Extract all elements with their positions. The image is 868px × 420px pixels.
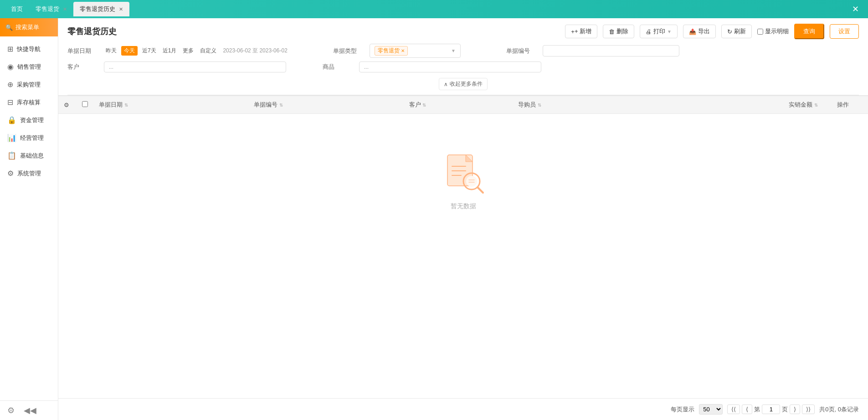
sidebar-item-purchase-mgmt[interactable]: ⊕ 采购管理 (0, 76, 58, 93)
display-toggle[interactable]: 显示明细 (757, 27, 789, 36)
last-page-button[interactable]: ⟩⟩ (802, 405, 815, 414)
per-page-label: 每页显示 (671, 405, 694, 414)
delete-icon: 🗑 (609, 28, 615, 35)
date-opt-7days[interactable]: 近7天 (140, 46, 158, 56)
table-header-row: ⚙ 单据日期 ⇅ 单据编号 ⇅ (58, 96, 868, 114)
col-number: 单据编号 ⇅ (248, 96, 403, 114)
svg-point-6 (466, 176, 477, 187)
filter-row-2: 客户 ... 商品 ... (67, 61, 859, 72)
pagination-bar: 每页显示 50 10 20 100 ⟨⟨ ⟨ 第 页 ⟩ ⟩⟩ 共0页, 0条记… (58, 398, 868, 420)
col-checkbox (77, 96, 93, 114)
sidebar-item-basic-info[interactable]: 📋 基础信息 (0, 147, 58, 164)
goods-select[interactable]: ... (359, 61, 541, 72)
sidebar-item-operations[interactable]: 📊 经营管理 (0, 129, 58, 147)
table-body: 暂无数据 (58, 114, 868, 247)
prev-page-button[interactable]: ⟨ (742, 405, 752, 414)
page-input[interactable] (762, 405, 780, 414)
system-mgmt-icon: ⚙ (7, 169, 14, 178)
display-checkbox[interactable] (757, 29, 763, 35)
top-bar: 首页 零售退货 ✕ 零售退货历史 ✕ ✕ (0, 0, 868, 18)
date-sort-icon[interactable]: ⇅ (124, 102, 128, 108)
sidebar-item-finance[interactable]: 🔒 资金管理 (0, 111, 58, 129)
empty-state-row: 暂无数据 (58, 114, 868, 247)
guide-sort-icon[interactable]: ⇅ (538, 102, 541, 108)
page-label: 第 (754, 405, 760, 414)
date-opt-today[interactable]: 今天 (121, 46, 138, 56)
col-amount: 实销金额 ⇅ (645, 96, 832, 114)
empty-illustration (441, 150, 486, 196)
export-button[interactable]: 📤 导出 (683, 25, 716, 38)
setting-button[interactable]: 设置 (830, 24, 859, 39)
sidebar-audio-icon[interactable]: ◀◀ (24, 405, 36, 415)
type-select[interactable]: 零售退货 ✕ ▼ (370, 44, 461, 58)
finance-icon: 🔒 (7, 116, 16, 124)
tab-home[interactable]: 首页 (5, 2, 29, 16)
filter-row-1: 单据日期 昨天 今天 近7天 近1月 更多 自定义 2023-06-02 至 2… (67, 44, 859, 58)
tab-retail-return[interactable]: 零售退货 ✕ (29, 2, 73, 16)
col-actions: 操作 (832, 96, 868, 114)
select-all-checkbox[interactable] (82, 101, 88, 107)
collapse-button[interactable]: ∧ 收起更多条件 (439, 78, 488, 90)
per-page-select[interactable]: 50 10 20 100 (699, 404, 723, 415)
collapse-row: ∧ 收起更多条件 (67, 76, 859, 90)
col-customer: 客户 ⇅ (404, 96, 513, 114)
type-filter-label: 单据类型 (333, 47, 360, 55)
customer-filter-label: 客户 (67, 63, 95, 71)
table-area: ⚙ 单据日期 ⇅ 单据编号 ⇅ (58, 96, 868, 398)
search-icon: 🔍 (5, 24, 13, 31)
number-sort-icon[interactable]: ⇅ (279, 102, 283, 108)
top-bar-right: ✕ (847, 4, 863, 14)
print-button[interactable]: 🖨 打印 ▼ (640, 25, 678, 38)
close-tab-retail-return[interactable]: ✕ (63, 6, 67, 12)
amount-sort-icon[interactable]: ⇅ (814, 102, 818, 108)
basic-info-icon: 📋 (7, 151, 16, 160)
date-opt-yesterday[interactable]: 昨天 (104, 46, 118, 56)
goods-filter-label: 商品 (323, 63, 350, 71)
filter-area: 单据日期 昨天 今天 近7天 近1月 更多 自定义 2023-06-02 至 2… (67, 44, 859, 95)
date-opt-more[interactable]: 更多 (181, 46, 195, 56)
close-window-button[interactable]: ✕ (847, 4, 863, 14)
refresh-button[interactable]: ↻ 刷新 (721, 25, 752, 38)
number-filter-input[interactable] (543, 45, 679, 56)
empty-state: 暂无数据 (58, 114, 868, 247)
sidebar-bottom: ⚙ ◀◀ (0, 400, 58, 420)
sidebar-search[interactable]: 🔍 搜索菜单 (0, 18, 58, 36)
print-icon: 🖨 (646, 28, 652, 35)
new-button[interactable]: + + 新增 (565, 25, 597, 38)
close-tab-retail-return-history[interactable]: ✕ (119, 6, 123, 12)
col-guide: 导购员 ⇅ (513, 96, 645, 114)
refresh-icon: ↻ (727, 28, 732, 35)
sidebar-item-sales-mgmt[interactable]: ◉ 销售管理 (0, 58, 58, 76)
main-layout: 🔍 搜索菜单 ⊞ 快捷导航 ◉ 销售管理 ⊕ 采购管理 ⊟ 库存核算 🔒 资金 (0, 18, 868, 420)
sidebar: 🔍 搜索菜单 ⊞ 快捷导航 ◉ 销售管理 ⊕ 采购管理 ⊟ 库存核算 🔒 资金 (0, 18, 58, 420)
page-unit: 页 (782, 405, 788, 414)
date-range-display: 2023-06-02 至 2023-06-02 (223, 47, 287, 55)
svg-line-7 (478, 187, 483, 193)
number-filter-label: 单据编号 (506, 47, 534, 55)
page-nav: ⟨⟨ ⟨ 第 页 ⟩ ⟩⟩ (727, 405, 815, 414)
tab-retail-return-history[interactable]: 零售退货历史 ✕ (73, 2, 129, 16)
purchase-icon: ⊕ (7, 80, 13, 89)
content-area: 零售退货历史 + + 新增 🗑 删除 🖨 打印 ▼ (58, 18, 868, 420)
customer-sort-icon[interactable]: ⇅ (422, 102, 426, 108)
customer-select[interactable]: ... (104, 61, 286, 72)
operations-icon: 📊 (7, 133, 16, 142)
sidebar-settings-icon[interactable]: ⚙ (7, 405, 15, 415)
sidebar-item-inventory[interactable]: ⊟ 库存核算 (0, 93, 58, 111)
sidebar-item-system-mgmt[interactable]: ⚙ 系统管理 (0, 164, 58, 182)
date-opt-1month[interactable]: 近1月 (161, 46, 179, 56)
page-title-row: 零售退货历史 + + 新增 🗑 删除 🖨 打印 ▼ (67, 24, 859, 39)
date-filter-label: 单据日期 (67, 47, 95, 55)
sidebar-item-quick-nav[interactable]: ⊞ 快捷导航 (0, 40, 58, 58)
table-settings-icon[interactable]: ⚙ (64, 102, 69, 108)
print-chevron-icon: ▼ (667, 29, 672, 34)
date-opt-custom[interactable]: 自定义 (198, 46, 218, 56)
query-button[interactable]: 查询 (794, 24, 824, 39)
first-page-button[interactable]: ⟨⟨ (727, 405, 740, 414)
delete-button[interactable]: 🗑 删除 (603, 25, 634, 38)
type-tag-remove[interactable]: ✕ (401, 48, 405, 53)
sales-icon: ◉ (7, 62, 14, 71)
page-title: 零售退货历史 (67, 26, 117, 37)
next-page-button[interactable]: ⟩ (790, 405, 800, 414)
inventory-icon: ⊟ (7, 98, 13, 107)
